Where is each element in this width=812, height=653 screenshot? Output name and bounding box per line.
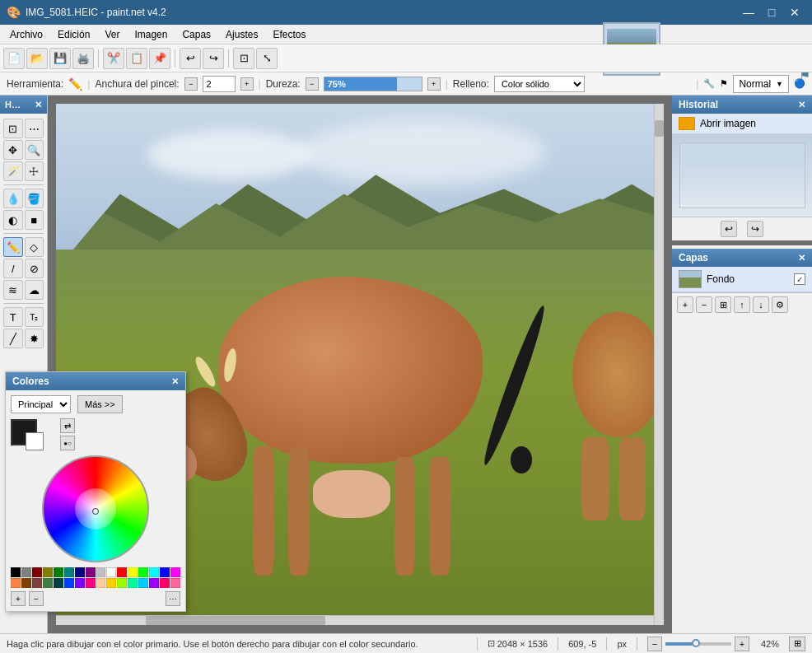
remove-custom-color-button[interactable]: −: [29, 591, 44, 606]
palette-color-21[interactable]: [54, 578, 63, 588]
zoom-tool[interactable]: 🔍: [25, 140, 44, 160]
vertical-scrollbar[interactable]: [654, 104, 664, 625]
menu-capas[interactable]: Capas: [175, 27, 217, 42]
reset-colors-button[interactable]: ●○: [60, 436, 75, 450]
palette-color-13[interactable]: [138, 567, 148, 577]
zoom-slider-track[interactable]: [665, 642, 731, 646]
palette-color-1[interactable]: [11, 567, 21, 577]
palette-color-19[interactable]: [32, 578, 42, 588]
palette-color-7[interactable]: [75, 567, 85, 577]
palette-color-10[interactable]: [106, 567, 116, 577]
move-tool[interactable]: ✥: [3, 140, 23, 160]
new-button[interactable]: 📄: [3, 48, 25, 69]
palette-color-16[interactable]: [170, 567, 180, 577]
palette-color-9[interactable]: [96, 567, 106, 577]
swap-colors-button[interactable]: ⇄: [60, 418, 75, 433]
smudge-tool[interactable]: ≋: [3, 280, 23, 300]
zoom-slider-thumb[interactable]: [692, 639, 700, 647]
copy-button[interactable]: 📋: [126, 48, 147, 69]
toolbox-close-icon[interactable]: ✕: [35, 100, 42, 110]
palette-color-5[interactable]: [54, 567, 63, 577]
palette-color-17[interactable]: [11, 578, 21, 588]
palette-color-18[interactable]: [21, 578, 31, 588]
palette-color-8[interactable]: [86, 567, 96, 577]
open-button[interactable]: 📂: [26, 48, 48, 69]
palette-color-15[interactable]: [160, 567, 170, 577]
palette-color-24[interactable]: [86, 578, 96, 588]
paint-bucket-tool[interactable]: 🪣: [25, 189, 44, 208]
layer-item-fondo[interactable]: Fondo ✓: [672, 267, 812, 292]
palette-color-20[interactable]: [43, 578, 53, 588]
zoom-in-button[interactable]: +: [735, 637, 749, 651]
palette-color-23[interactable]: [75, 578, 85, 588]
palette-color-14[interactable]: [149, 567, 159, 577]
primary-color-swatch[interactable]: [11, 419, 37, 445]
menu-edicion[interactable]: Edición: [51, 27, 96, 42]
palette-color-12[interactable]: [128, 567, 138, 577]
close-button[interactable]: ✕: [784, 3, 805, 21]
hardness-bar[interactable]: 75%: [324, 77, 422, 91]
menu-imagen[interactable]: Imagen: [128, 27, 174, 42]
zoom-fit-button[interactable]: ⊞: [789, 637, 805, 651]
lasso-select-tool[interactable]: ⋯: [25, 119, 44, 138]
palette-color-31[interactable]: [160, 578, 170, 588]
palette-color-32[interactable]: [170, 578, 180, 588]
maximize-button[interactable]: □: [761, 3, 782, 21]
palette-color-6[interactable]: [64, 567, 74, 577]
minimize-button[interactable]: —: [738, 3, 759, 21]
hardness-increase-button[interactable]: +: [427, 77, 441, 91]
palette-color-25[interactable]: [96, 578, 106, 588]
eraser-tool[interactable]: ◇: [25, 237, 44, 257]
palette-color-27[interactable]: [117, 578, 127, 588]
colors-close-icon[interactable]: ✕: [171, 376, 179, 387]
print-button[interactable]: 🖨️: [72, 48, 94, 69]
brush-width-input[interactable]: [203, 76, 236, 92]
layer-settings-button[interactable]: ⚙: [772, 296, 788, 313]
text-tool[interactable]: T: [3, 307, 23, 327]
add-custom-color-button[interactable]: +: [11, 591, 26, 606]
move-layer-down-button[interactable]: ↓: [753, 296, 769, 313]
primary-secondary-select[interactable]: Principal: [11, 395, 71, 413]
move-layer-up-button[interactable]: ↑: [734, 296, 750, 313]
redo-history-button[interactable]: ↪: [747, 221, 763, 237]
menu-efectos[interactable]: Efectos: [266, 27, 312, 42]
colors-more-button[interactable]: Más >>: [77, 395, 123, 413]
burn-tool[interactable]: ☁: [25, 280, 44, 300]
delete-layer-button[interactable]: −: [696, 296, 712, 313]
move2-tool[interactable]: ☩: [25, 161, 44, 181]
fill-dropdown[interactable]: Color sólido: [494, 76, 585, 92]
secondary-color-swatch[interactable]: [26, 432, 44, 450]
zoom-out-button[interactable]: −: [647, 637, 662, 651]
history-close-icon[interactable]: ✕: [798, 100, 805, 110]
palette-color-26[interactable]: [106, 578, 116, 588]
color-settings-button[interactable]: ⋯: [166, 591, 180, 606]
brush-tool[interactable]: ✏️: [3, 237, 23, 257]
color-picker-tool[interactable]: 💧: [3, 189, 23, 208]
color-wheel[interactable]: [42, 455, 149, 562]
menu-ajustes[interactable]: Ajustes: [219, 27, 264, 42]
shape-tool[interactable]: ✸: [25, 329, 44, 348]
pencil-tool[interactable]: /: [3, 259, 23, 278]
palette-color-30[interactable]: [149, 578, 159, 588]
horizontal-scrollbar[interactable]: [56, 615, 654, 625]
magic-wand-tool[interactable]: 🪄: [3, 161, 23, 181]
dropper-tool[interactable]: ⊘: [25, 259, 44, 278]
palette-color-2[interactable]: [21, 567, 31, 577]
menu-ver[interactable]: Ver: [98, 27, 126, 42]
rectangle-select-tool[interactable]: ⊡: [3, 119, 23, 138]
brush-decrease-button[interactable]: −: [184, 77, 198, 91]
save-button[interactable]: 💾: [49, 48, 71, 69]
palette-color-11[interactable]: [117, 567, 127, 577]
redo-button[interactable]: ↪: [203, 48, 224, 69]
palette-color-3[interactable]: [32, 567, 42, 577]
paste-button[interactable]: 📌: [149, 48, 170, 69]
crop-button[interactable]: ⊡: [233, 48, 254, 69]
line-tool[interactable]: ╱: [3, 329, 23, 348]
brush-increase-button[interactable]: +: [240, 77, 254, 91]
palette-color-4[interactable]: [43, 567, 53, 577]
cut-button[interactable]: ✂️: [103, 48, 124, 69]
undo-history-button[interactable]: ↩: [721, 221, 737, 237]
undo-button[interactable]: ↩: [180, 48, 201, 69]
history-item-open[interactable]: Abrir imagen: [672, 114, 812, 134]
gradient-tool[interactable]: ◐: [3, 210, 23, 230]
